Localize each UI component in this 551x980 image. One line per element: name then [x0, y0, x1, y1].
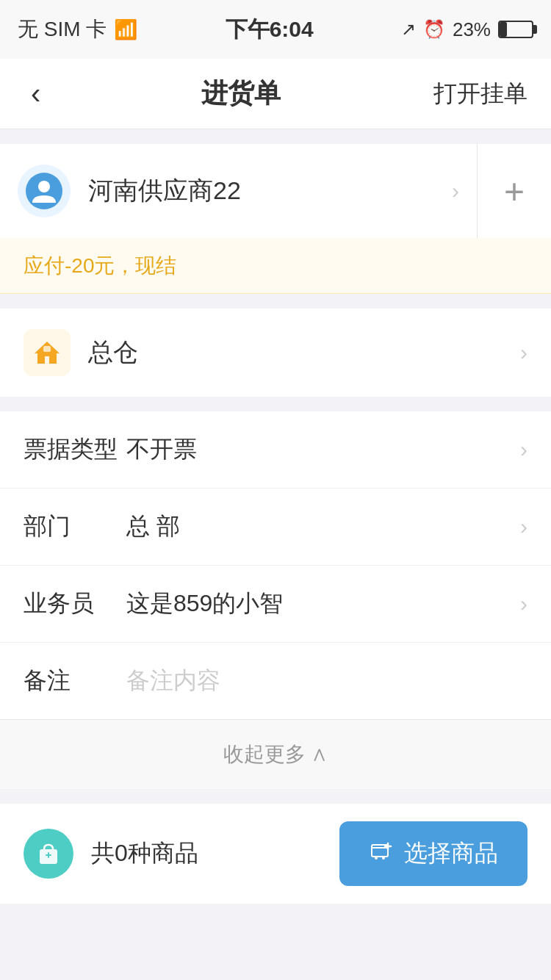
alarm-icon: ⏰	[423, 19, 445, 40]
back-button[interactable]: ‹	[24, 70, 48, 118]
goods-icon	[24, 829, 73, 879]
invoice-type-value: 不开票	[126, 433, 520, 466]
shopping-bag-icon	[34, 839, 63, 868]
warehouse-section[interactable]: 总仓 ›	[0, 309, 551, 397]
department-value: 总 部	[126, 511, 520, 543]
wifi-icon: 📶	[114, 18, 137, 41]
cart-plus-icon	[369, 837, 395, 864]
bottom-bar: 共0种商品 选择商品	[0, 804, 551, 904]
carrier-label: 无 SIM 卡	[18, 15, 107, 43]
nav-bar: ‹ 进货单 打开挂单	[0, 59, 551, 129]
open-pending-button[interactable]: 打开挂单	[433, 78, 527, 110]
svg-point-0	[38, 181, 50, 192]
remark-row[interactable]: 备注 备注内容	[0, 643, 551, 719]
person-icon	[29, 176, 59, 206]
goods-count: 共0种商品	[91, 837, 322, 870]
form-section: 票据类型 不开票 › 部门 总 部 › 业务员 这是859的小智 › 备注 备注…	[0, 411, 551, 719]
page-title: 进货单	[201, 76, 281, 112]
svg-point-8	[382, 857, 385, 860]
chevron-right-icon: ›	[520, 437, 527, 462]
invoice-type-row[interactable]: 票据类型 不开票 ›	[0, 411, 551, 489]
avatar-icon	[26, 173, 62, 209]
house-icon	[33, 339, 61, 367]
add-supplier-button[interactable]: +	[478, 144, 551, 238]
content-area: 河南供应商22 › + 应付-20元，现结 总仓 › 票据类型 不开票 › 部门…	[0, 144, 551, 904]
select-goods-label: 选择商品	[404, 837, 498, 870]
svg-point-7	[375, 857, 378, 860]
collapse-label: 收起更多 ∧	[223, 741, 328, 768]
supplier-section: 河南供应商22 › +	[0, 144, 551, 238]
chevron-right-icon: ›	[520, 340, 527, 365]
select-goods-icon	[369, 837, 395, 870]
avatar	[18, 165, 71, 217]
status-left: 无 SIM 卡 📶	[18, 15, 137, 43]
supplier-name: 河南供应商22	[88, 174, 444, 208]
svg-rect-2	[43, 346, 51, 352]
status-time: 下午6:04	[226, 15, 314, 45]
invoice-type-label: 票据类型	[24, 433, 126, 466]
salesperson-label: 业务员	[24, 588, 126, 620]
remark-value: 备注内容	[126, 665, 527, 697]
notice-text: 应付-20元，现结	[24, 254, 176, 277]
collapse-section[interactable]: 收起更多 ∧	[0, 719, 551, 789]
chevron-right-icon: ›	[520, 591, 527, 616]
remark-label: 备注	[24, 665, 126, 697]
salesperson-row[interactable]: 业务员 这是859的小智 ›	[0, 566, 551, 643]
salesperson-value: 这是859的小智	[126, 588, 520, 620]
supplier-selector[interactable]: 河南供应商22 ›	[0, 144, 478, 238]
notice-banner: 应付-20元，现结	[0, 238, 551, 294]
battery-percent: 23%	[453, 18, 491, 41]
location-icon: ↗	[401, 19, 416, 40]
status-right: ↗ ⏰ 23%	[401, 18, 533, 41]
chevron-right-icon: ›	[520, 514, 527, 539]
warehouse-icon-wrapper	[24, 329, 71, 376]
select-goods-button[interactable]: 选择商品	[339, 821, 527, 886]
status-bar: 无 SIM 卡 📶 下午6:04 ↗ ⏰ 23%	[0, 0, 551, 59]
svg-rect-5	[48, 852, 49, 858]
department-row[interactable]: 部门 总 部 ›	[0, 489, 551, 566]
chevron-right-icon: ›	[452, 179, 459, 203]
warehouse-name: 总仓	[88, 336, 513, 370]
battery-icon	[498, 21, 533, 38]
svg-marker-1	[35, 342, 60, 364]
department-label: 部门	[24, 511, 126, 543]
